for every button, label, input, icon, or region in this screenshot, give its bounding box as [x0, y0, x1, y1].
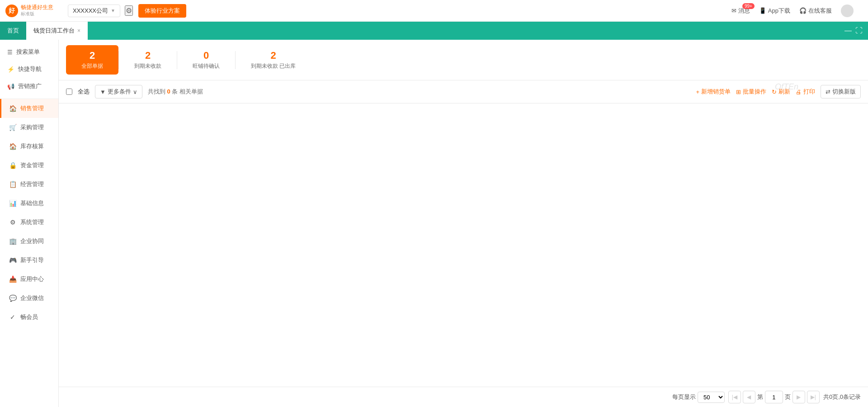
sales-icon: 🏠: [9, 105, 17, 112]
guide-icon: 🎮: [9, 257, 17, 264]
sidebar-item-finance[interactable]: 🔒 资金管理: [0, 156, 58, 175]
tab-cash-flow[interactable]: 钱货日清工作台 ×: [26, 22, 88, 40]
filter-icon: ▼: [100, 89, 106, 95]
sidebar-item-finance-label: 资金管理: [20, 161, 44, 169]
switch-version-btn[interactable]: ⇄ 切换新版: [821, 85, 861, 98]
online-service-btn[interactable]: 🎧 在线客服: [799, 7, 832, 15]
switch-label: 切换新版: [832, 88, 856, 96]
page-size-dropdown[interactable]: 20 50 100: [698, 392, 725, 403]
tab-expand-icon[interactable]: ⛶: [855, 27, 863, 35]
service-icon: 🎧: [799, 7, 807, 14]
more-filters-label: 更多条件: [108, 88, 131, 96]
toolbar: 全选 ▼ 更多条件 ∨ 共找到 0 条 相关单据 + 新增销货单 ⊞ 批量操作: [59, 80, 868, 103]
sidebar-item-system[interactable]: ⚙ 系统管理: [0, 213, 58, 232]
refresh-btn[interactable]: ↻ 刷新: [772, 88, 790, 96]
basic-info-icon: 📊: [9, 200, 17, 207]
sidebar-item-cooperation-label: 企业协同: [20, 237, 44, 245]
tab-home-label: 首页: [7, 27, 19, 35]
first-page-btn[interactable]: |◀: [728, 391, 741, 403]
wechat-icon: 💬: [9, 295, 17, 302]
promo-icon: 📢: [7, 83, 14, 90]
content-area: 2 全部单据 2 到期未收款 0 旺铺待确认 2 到期未收款 已出库 全选: [59, 40, 868, 407]
app-download-label: App下载: [768, 7, 790, 15]
search-menu-label: 搜索菜单: [16, 48, 40, 56]
tab-minimize-icon[interactable]: —: [844, 27, 852, 35]
logo-area: 好 畅捷通好生意 标准版: [5, 4, 64, 18]
plus-icon: +: [696, 89, 699, 95]
sidebar-item-wechat[interactable]: 💬 企业微信: [0, 289, 58, 308]
tab-cash-flow-label: 钱货日清工作台: [33, 27, 75, 35]
company-selector[interactable]: XXXXXX公司 ▼: [68, 5, 120, 17]
inventory-icon: 🏠: [9, 143, 17, 150]
more-filters-btn[interactable]: ▼ 更多条件 ∨: [95, 85, 142, 98]
settings-button[interactable]: ⚙: [125, 5, 133, 16]
sidebar-item-purchase-label: 采购管理: [20, 123, 44, 131]
sidebar-item-operations-label: 经营管理: [20, 180, 44, 188]
sidebar-item-member[interactable]: ✓ 畅会员: [0, 308, 58, 327]
summary-card-unshipped[interactable]: 2 到期未收款 已出库: [236, 45, 311, 75]
cooperation-icon: 🏢: [9, 238, 17, 245]
promo-label: 营销推广: [18, 82, 42, 90]
tab-right-actions: — ⛶: [844, 27, 868, 35]
sidebar-item-wechat-label: 企业微信: [20, 294, 44, 302]
page-size-label: 每页显示: [672, 393, 696, 401]
tab-close-icon[interactable]: ×: [77, 28, 80, 34]
pagination: 每页显示 20 50 100 |◀ ◀ 第 页 ▶ ▶| 共0页,0条记录: [59, 387, 868, 407]
sidebar-item-system-label: 系统管理: [20, 218, 44, 226]
sidebar-quick-nav[interactable]: ⚡ 快捷导航: [0, 61, 58, 78]
apps-icon: 📥: [9, 276, 17, 283]
message-btn[interactable]: ✉ 消息 99+: [731, 7, 750, 15]
system-icon: ⚙: [9, 219, 17, 226]
chevron-filter-icon: ∨: [133, 89, 137, 95]
sidebar-item-operations[interactable]: 📋 经营管理: [0, 175, 58, 194]
total-info: 共0页,0条记录: [823, 393, 861, 401]
page-size-select: 每页显示 20 50 100: [672, 392, 725, 403]
sidebar-item-apps[interactable]: 📥 应用中心: [0, 270, 58, 289]
sidebar-item-apps-label: 应用中心: [20, 275, 44, 283]
next-page-btn[interactable]: ▶: [793, 391, 805, 403]
sidebar: ☰ 搜索菜单 ⚡ 快捷导航 📢 营销推广 🏠 销售管理 🛒 采购管理 🏠 库存核…: [0, 40, 59, 407]
card-pending-number: 0: [203, 50, 209, 61]
card-overdue-label: 到期未收款: [134, 62, 161, 70]
header-right: ✉ 消息 99+ 📱 App下载 🎧 在线客服: [731, 5, 863, 17]
sidebar-promo[interactable]: 📢 营销推广: [0, 78, 58, 95]
app-download-btn[interactable]: 📱 App下载: [759, 7, 790, 15]
sidebar-item-sales[interactable]: 🏠 销售管理: [0, 99, 58, 118]
sidebar-item-cooperation[interactable]: 🏢 企业协同: [0, 232, 58, 251]
summary-card-all[interactable]: 2 全部单据: [66, 45, 118, 75]
summary-card-overdue[interactable]: 2 到期未收款: [119, 45, 177, 75]
switch-icon: ⇄: [826, 89, 830, 95]
select-all-checkbox[interactable]: [66, 89, 72, 95]
search-icon: ☰: [7, 49, 13, 56]
sidebar-search-menu[interactable]: ☰ 搜索菜单: [0, 43, 58, 61]
main-layout: ☰ 搜索菜单 ⚡ 快捷导航 📢 营销推广 🏠 销售管理 🛒 采购管理 🏠 库存核…: [0, 40, 868, 407]
tab-home[interactable]: 首页: [0, 22, 26, 40]
sidebar-item-guide[interactable]: 🎮 新手引导: [0, 251, 58, 270]
page-text-suffix: 页: [785, 393, 791, 401]
page-input[interactable]: [765, 391, 783, 403]
prev-page-btn[interactable]: ◀: [743, 391, 755, 403]
card-unshipped-number: 2: [271, 50, 276, 61]
summary-card-pending[interactable]: 0 旺铺待确认: [177, 45, 235, 75]
quick-nav-icon: ⚡: [7, 66, 14, 73]
card-all-label: 全部单据: [81, 62, 103, 70]
print-label: 打印: [803, 88, 815, 96]
app-logo: 好: [5, 5, 18, 17]
related-orders-label: 相关单据: [179, 88, 203, 95]
print-icon: 🖨: [796, 89, 802, 95]
sidebar-item-inventory[interactable]: 🏠 库存核算: [0, 137, 58, 156]
avatar[interactable]: [841, 5, 854, 17]
finance-icon: 🔒: [9, 162, 17, 169]
sidebar-item-basic-info[interactable]: 📊 基础信息: [0, 194, 58, 213]
refresh-label: 刷新: [778, 88, 790, 96]
download-icon: 📱: [759, 7, 766, 14]
quick-nav-label: 快捷导航: [18, 65, 42, 73]
print-btn[interactable]: 🖨 打印: [796, 88, 815, 96]
last-page-btn[interactable]: ▶|: [807, 391, 820, 403]
batch-btn[interactable]: ⊞ 批量操作: [736, 88, 766, 96]
sidebar-item-purchase[interactable]: 🛒 采购管理: [0, 118, 58, 137]
new-order-btn[interactable]: + 新增销货单: [696, 88, 731, 96]
experience-btn[interactable]: 体验行业方案: [138, 4, 186, 18]
batch-label: 批量操作: [743, 88, 766, 96]
app-name: 畅捷通好生意: [21, 4, 53, 11]
